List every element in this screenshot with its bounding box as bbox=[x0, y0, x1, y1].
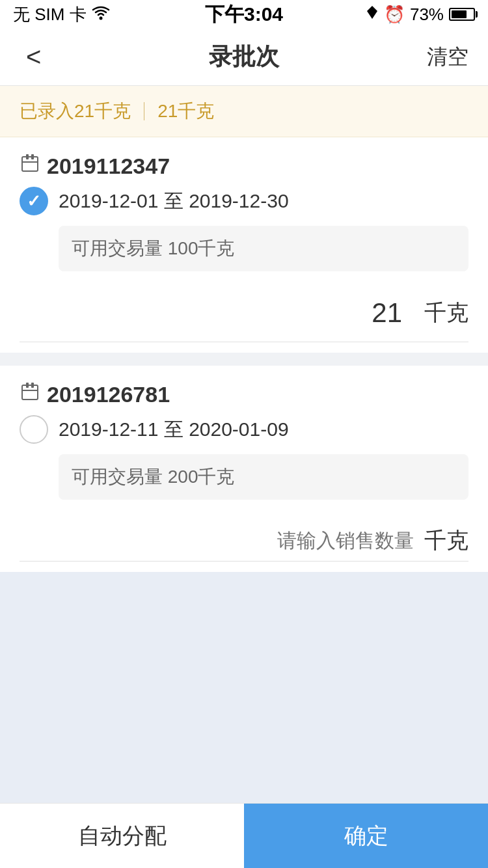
empty-area bbox=[0, 572, 488, 819]
quantity-row-1: 21 千克 bbox=[0, 287, 488, 342]
batch-availability-1: 可用交易量 100千克 bbox=[59, 226, 468, 271]
nav-bar: < 录批次 清空 bbox=[0, 29, 488, 86]
radio-1[interactable] bbox=[20, 187, 48, 215]
batch-date-1: 2019-12-01 至 2019-12-30 bbox=[59, 188, 289, 215]
batch-section-2: 2019126781 2019-12-11 至 2020-01-09 可用交易量… bbox=[0, 366, 488, 572]
auto-distribute-button[interactable]: 自动分配 bbox=[0, 804, 244, 868]
alarm-icon: ⏰ bbox=[384, 5, 405, 25]
location-icon bbox=[366, 5, 379, 25]
quantity-unit-2: 千克 bbox=[424, 526, 468, 556]
quantity-unit-1: 千克 bbox=[424, 298, 468, 328]
svg-rect-5 bbox=[22, 385, 38, 400]
svg-rect-2 bbox=[26, 154, 29, 159]
quantity-input-2[interactable] bbox=[167, 530, 414, 552]
wifi-icon bbox=[92, 5, 110, 25]
battery-icon bbox=[449, 8, 475, 21]
clear-button[interactable]: 清空 bbox=[427, 43, 468, 72]
batch-header-2: 2019126781 bbox=[20, 381, 468, 407]
section-gap-1 bbox=[0, 353, 488, 366]
svg-rect-6 bbox=[26, 383, 29, 388]
batch-item-2: 2019126781 2019-12-11 至 2020-01-09 可用交易量… bbox=[0, 366, 488, 515]
batch-item-1: 2019112347 2019-12-01 至 2019-12-30 可用交易量… bbox=[0, 137, 488, 287]
quantity-value-1: 21 bbox=[372, 297, 402, 329]
batch-icon-1 bbox=[20, 153, 40, 179]
battery-percent: 73% bbox=[410, 5, 444, 25]
batch-date-row-2[interactable]: 2019-12-11 至 2020-01-09 bbox=[20, 415, 468, 444]
confirm-button[interactable]: 确定 bbox=[244, 804, 488, 868]
banner-divider bbox=[144, 102, 144, 120]
svg-rect-1 bbox=[22, 157, 38, 171]
back-button[interactable]: < bbox=[20, 36, 47, 78]
status-time: 下午3:04 bbox=[205, 1, 283, 28]
svg-rect-3 bbox=[31, 154, 34, 159]
bottom-bar: 自动分配 确定 bbox=[0, 803, 488, 868]
batch-header-1: 2019112347 bbox=[20, 153, 468, 179]
batch-availability-2: 可用交易量 200千克 bbox=[59, 454, 468, 500]
main-content: 已录入21千克 21千克 2019112347 2019-12-01 至 2 bbox=[0, 86, 488, 819]
quantity-row-2: 千克 bbox=[0, 515, 488, 561]
status-left: 无 SIM 卡 bbox=[13, 3, 110, 26]
page-title: 录批次 bbox=[209, 41, 279, 73]
batch-date-row-1[interactable]: 2019-12-01 至 2019-12-30 bbox=[20, 187, 468, 215]
recorded-label: 已录入21千克 bbox=[20, 99, 131, 124]
status-bar: 无 SIM 卡 下午3:04 ⏰ 73% bbox=[0, 0, 488, 29]
underline-1 bbox=[20, 342, 468, 342]
svg-rect-7 bbox=[31, 383, 34, 388]
underline-2 bbox=[20, 561, 468, 562]
batch-section-1: 2019112347 2019-12-01 至 2019-12-30 可用交易量… bbox=[0, 137, 488, 353]
recorded-value: 21千克 bbox=[157, 99, 214, 124]
batch-id-2: 2019126781 bbox=[47, 382, 170, 407]
carrier-text: 无 SIM 卡 bbox=[13, 3, 87, 26]
batch-icon-2 bbox=[20, 381, 40, 407]
info-banner: 已录入21千克 21千克 bbox=[0, 86, 488, 137]
batch-id-1: 2019112347 bbox=[47, 154, 170, 179]
svg-point-0 bbox=[99, 16, 102, 20]
status-right: ⏰ 73% bbox=[366, 5, 475, 25]
radio-2[interactable] bbox=[20, 415, 48, 444]
batch-date-2: 2019-12-11 至 2020-01-09 bbox=[59, 416, 289, 443]
